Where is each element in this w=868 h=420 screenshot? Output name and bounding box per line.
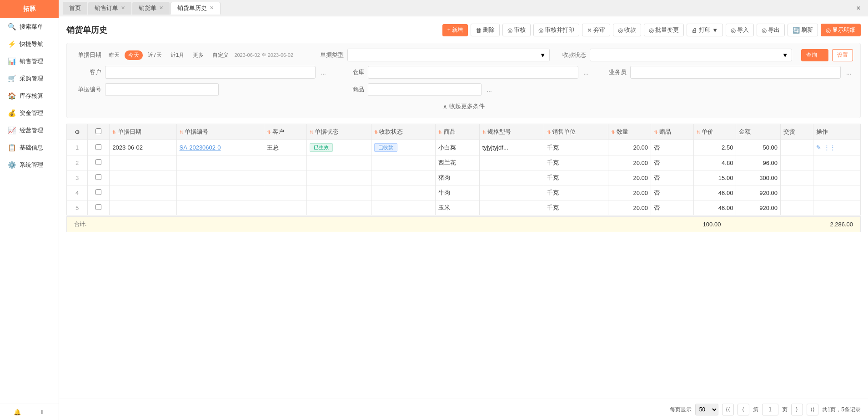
- cell-number[interactable]: [176, 185, 264, 200]
- btn-review-print[interactable]: ◎ 审核并打印: [533, 24, 579, 36]
- tab-sales-delivery[interactable]: 销货单 ✕: [132, 2, 170, 15]
- filter-customer: 客户 ...: [74, 66, 328, 79]
- table-gear-icon[interactable]: ⚙: [75, 129, 80, 135]
- filter-warehouse-input[interactable]: [368, 66, 578, 79]
- btn-refresh[interactable]: 🔄 刷新: [788, 24, 818, 36]
- sidebar-item-inventory[interactable]: 🏠 库存核算: [0, 87, 59, 105]
- col-date[interactable]: ⇅ 单据日期: [110, 124, 176, 140]
- btn-delete[interactable]: 🗑 删除: [471, 24, 500, 36]
- collapse-arrow-icon: ∧: [443, 103, 447, 110]
- cell-number[interactable]: [176, 155, 264, 170]
- cell-gift: 否: [651, 155, 694, 170]
- btn-abandon[interactable]: ✕ 弃审: [582, 24, 610, 36]
- sidebar-bottom-icon1[interactable]: 🔔: [14, 409, 21, 415]
- first-page-btn[interactable]: ⟨⟨: [722, 404, 734, 415]
- col-goods[interactable]: ⇅ 商品: [436, 124, 479, 140]
- chart-icon: 📊: [8, 57, 16, 65]
- action-edit-icon[interactable]: ✎: [816, 144, 821, 151]
- col-spec[interactable]: ⇅ 规格型号: [479, 124, 544, 140]
- col-checkbox[interactable]: [88, 124, 110, 140]
- cell-amount: 920.00: [736, 185, 781, 200]
- prev-page-btn[interactable]: ⟨: [738, 404, 749, 415]
- chip-custom[interactable]: 自定义: [209, 50, 232, 60]
- summary-row: 合计: 100.00 2,286.00: [66, 216, 861, 232]
- btn-show-detail[interactable]: ◎ 显示明细: [821, 24, 861, 36]
- cell-row-num: 5: [67, 200, 88, 215]
- select-all-checkbox[interactable]: [95, 128, 101, 134]
- btn-query[interactable]: 查询: [801, 49, 828, 61]
- doc-icon: 📋: [8, 144, 16, 152]
- filter-doc-type-label: 单据类型: [316, 51, 344, 59]
- sidebar-item-search-menu[interactable]: 🔍 搜索菜单: [0, 18, 59, 35]
- cell-number[interactable]: [176, 170, 264, 185]
- tab-home[interactable]: 首页: [63, 2, 87, 15]
- chip-more[interactable]: 更多: [189, 50, 207, 60]
- cell-checkbox[interactable]: [88, 185, 110, 200]
- btn-print[interactable]: 🖨 打印 ▼: [687, 24, 723, 36]
- tab-sales-order-close[interactable]: ✕: [121, 5, 125, 11]
- btn-import[interactable]: ◎ 导入: [726, 24, 754, 36]
- col-doc-status[interactable]: ⇅ 单据状态: [306, 124, 371, 140]
- sort-customer-icon: ⇅: [267, 130, 271, 135]
- sidebar-item-sales-mgmt[interactable]: 📊 销售管理: [0, 53, 59, 70]
- chip-7days[interactable]: 近7天: [144, 50, 166, 60]
- collapse-btn[interactable]: ∧ 收起更多条件: [74, 100, 853, 112]
- btn-review[interactable]: ◎ 审核: [502, 24, 531, 36]
- col-customer[interactable]: ⇅ 客户: [264, 124, 307, 140]
- col-payment-status[interactable]: ⇅ 收款状态: [371, 124, 436, 140]
- btn-new[interactable]: + 新增: [442, 24, 468, 36]
- goods-ellipsis[interactable]: ...: [485, 86, 494, 93]
- sidebar-item-operations-mgmt[interactable]: 📈 经营管理: [0, 122, 59, 139]
- sidebar-item-purchase-mgmt[interactable]: 🛒 采购管理: [0, 70, 59, 87]
- next-page-btn[interactable]: ⟩: [791, 404, 803, 415]
- sidebar-item-system-mgmt[interactable]: ⚙️ 系统管理: [0, 156, 59, 174]
- col-qty[interactable]: ⇅ 数量: [608, 124, 651, 140]
- cell-number[interactable]: [176, 200, 264, 215]
- tab-sales-delivery-close[interactable]: ✕: [159, 5, 163, 11]
- sidebar-item-quick-nav[interactable]: ⚡ 快捷导航: [0, 35, 59, 53]
- filter-doc-type-select[interactable]: ▼: [347, 49, 550, 61]
- btn-batch-change[interactable]: ◎ 批量变更: [644, 24, 684, 36]
- filter-salesperson-input[interactable]: [630, 66, 841, 79]
- action-more-icon[interactable]: ⋮⋮: [824, 144, 836, 151]
- lightning-icon: ⚡: [8, 40, 16, 48]
- filter-customer-input[interactable]: [105, 66, 316, 79]
- last-page-btn[interactable]: ⟩⟩: [807, 404, 818, 415]
- btn-settings[interactable]: 设置: [832, 49, 853, 61]
- warehouse-ellipsis[interactable]: ...: [582, 69, 591, 76]
- btn-collect[interactable]: ◎ 收款: [613, 24, 641, 36]
- col-number[interactable]: ⇅ 单据编号: [176, 124, 264, 140]
- sidebar-item-basic-info[interactable]: 📋 基础信息: [0, 139, 59, 156]
- tab-sales-delivery-history[interactable]: 销货单历史 ✕: [171, 2, 221, 15]
- close-all-tabs[interactable]: ✕: [853, 5, 864, 11]
- customer-ellipsis[interactable]: ...: [319, 69, 328, 76]
- cell-checkbox[interactable]: [88, 140, 110, 155]
- per-page-label: 每页显示: [670, 406, 692, 414]
- print-icon: 🖨: [692, 27, 697, 34]
- sidebar-label-operations-mgmt: 经营管理: [20, 126, 43, 135]
- chip-yesterday[interactable]: 昨天: [105, 50, 123, 60]
- col-amount[interactable]: 金额: [736, 124, 781, 140]
- filter-doc-number-input[interactable]: [105, 83, 219, 96]
- col-gear[interactable]: ⚙: [67, 124, 88, 140]
- sidebar-bottom-icon2[interactable]: ⏸: [39, 409, 45, 415]
- chip-today[interactable]: 今天: [125, 50, 143, 60]
- per-page-select[interactable]: 50 100 200: [695, 404, 718, 415]
- tab-sales-order[interactable]: 销售订单 ✕: [88, 2, 131, 15]
- chip-1month[interactable]: 近1月: [167, 50, 188, 60]
- col-gift[interactable]: ⇅ 赠品: [651, 124, 694, 140]
- page-number-input[interactable]: [762, 404, 778, 415]
- sidebar-item-finance-mgmt[interactable]: 💰 资金管理: [0, 105, 59, 122]
- col-delivery[interactable]: 交货: [781, 124, 813, 140]
- cell-checkbox[interactable]: [88, 200, 110, 215]
- filter-goods-input[interactable]: [368, 83, 482, 96]
- cell-number[interactable]: SA-20230602-0: [176, 140, 264, 155]
- cell-checkbox[interactable]: [88, 170, 110, 185]
- btn-export[interactable]: ◎ 导出: [757, 24, 785, 36]
- cell-checkbox[interactable]: [88, 155, 110, 170]
- salesperson-ellipsis[interactable]: ...: [844, 69, 853, 76]
- filter-payment-status-select[interactable]: ▼: [590, 49, 792, 61]
- tab-sales-delivery-history-close[interactable]: ✕: [210, 5, 214, 11]
- col-unit[interactable]: ⇅ 销售单位: [544, 124, 608, 140]
- col-price[interactable]: ⇅ 单价: [693, 124, 736, 140]
